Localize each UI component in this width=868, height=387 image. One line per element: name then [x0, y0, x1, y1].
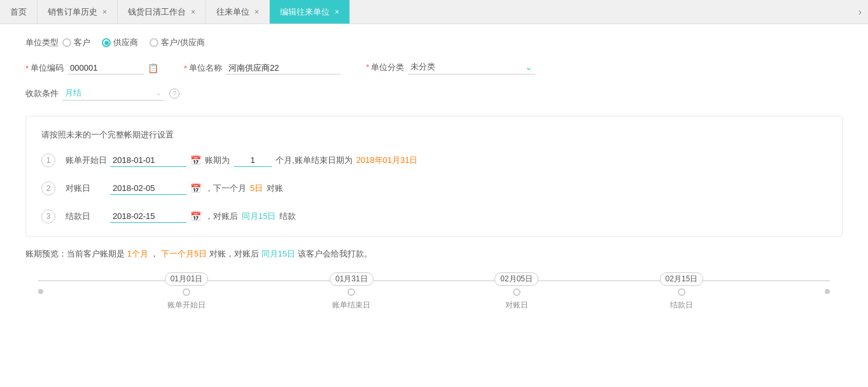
- tab-partner-close[interactable]: ×: [255, 8, 259, 17]
- tab-sales-history-close[interactable]: ×: [102, 8, 107, 17]
- unit-name-input[interactable]: [226, 62, 340, 74]
- unit-type-row: 单位类型 客户 供应商 客户/供应商: [25, 37, 843, 48]
- radio-supplier-label: 供应商: [113, 37, 138, 48]
- timeline-node-1: 01月01日 账单开始日: [165, 272, 209, 311]
- timeline-left-cap: [38, 289, 43, 294]
- unit-fields-row: * 单位编码 📋 * 单位名称 * 单位分类 未分类 ⌄: [25, 60, 843, 74]
- step-2-label: 对账日: [66, 183, 110, 194]
- tab-cash-desk[interactable]: 钱货日清工作台 ×: [118, 0, 206, 24]
- step-2-date-input[interactable]: [110, 182, 186, 195]
- timeline-node-4-top-label: 02月15日: [660, 272, 704, 286]
- timeline-left-dot: [38, 289, 43, 294]
- timeline-node-3-top-label: 02月05日: [494, 272, 538, 286]
- payment-terms-dropdown[interactable]: 月结 ⌄: [62, 86, 164, 101]
- unit-name-group: * 单位名称: [184, 62, 340, 74]
- radio-customer-circle: [62, 38, 71, 47]
- unit-classify-group: * 单位分类 未分类 ⌄: [366, 60, 535, 74]
- radio-customer-supplier-label: 客户/供应商: [161, 37, 205, 48]
- unit-name-star: *: [184, 64, 187, 73]
- preview-part2: 下一个月5日: [161, 249, 207, 258]
- preview-sep1: ，: [150, 249, 158, 258]
- unit-classify-arrow-icon: ⌄: [525, 62, 533, 72]
- tab-edit-partner-close[interactable]: ×: [335, 8, 339, 17]
- radio-customer-supplier[interactable]: 客户/供应商: [150, 37, 205, 48]
- timeline-node-2-top-label: 01月31日: [330, 272, 374, 286]
- step-2-calendar-icon[interactable]: 📅: [190, 183, 201, 194]
- unit-classify-star: *: [366, 62, 369, 72]
- radio-customer-supplier-circle: [150, 38, 158, 47]
- tab-sales-history[interactable]: 销售订单历史 ×: [38, 0, 118, 24]
- timeline-node-4-dot: [678, 288, 685, 296]
- tab-partner-label: 往来单位: [216, 6, 249, 18]
- radio-customer-label: 客户: [74, 37, 90, 48]
- timeline-node-3: 02月05日 对账日: [494, 272, 538, 311]
- timeline-node-2: 01月31日 账单结束日: [330, 272, 374, 311]
- tab-cash-desk-label: 钱货日清工作台: [128, 6, 186, 18]
- payment-terms-row: 收款条件 月结 ⌄ ?: [25, 86, 843, 101]
- step-1-label: 账单开始日: [66, 155, 110, 166]
- page-content: 单位类型 客户 供应商 客户/供应商 * 单位编码 📋 *: [0, 24, 868, 387]
- tab-edit-partner-label: 编辑往来单位: [280, 6, 330, 18]
- step-2-pre-text: ，下一个月: [205, 183, 246, 194]
- preview-label: 账期预览：当前客户账期是: [25, 249, 125, 258]
- unit-code-copy-icon[interactable]: 📋: [148, 63, 158, 73]
- unit-type-label: 单位类型: [25, 37, 59, 48]
- timeline-right-dot: [825, 289, 830, 294]
- step-1-row: 1 账单开始日 📅 账期为 个月,账单结束日期为 2018年01月31日: [41, 153, 827, 167]
- radio-supplier-circle: [102, 38, 111, 47]
- step-1-mid-text: 账期为: [205, 155, 230, 166]
- tabs-bar: 首页 销售订单历史 × 钱货日清工作台 × 往来单位 × 编辑往来单位 × ›: [0, 0, 868, 24]
- step-1-highlight: 2018年01月31日: [356, 155, 418, 166]
- tabs-more-button[interactable]: ›: [852, 6, 868, 18]
- unit-classify-dropdown[interactable]: 未分类 ⌄: [408, 60, 535, 74]
- preview-sep2: 对账，对账后: [209, 249, 259, 258]
- timeline-node-3-dot: [513, 288, 521, 296]
- tab-edit-partner[interactable]: 编辑往来单位 ×: [270, 0, 350, 24]
- timeline-node-2-bottom-label: 账单结束日: [332, 300, 370, 311]
- step-1-suffix-text: 个月,账单结束日期为: [276, 155, 353, 166]
- tab-cash-desk-close[interactable]: ×: [191, 8, 195, 17]
- tab-sales-history-label: 销售订单历史: [48, 6, 97, 18]
- unit-type-radio-group: 客户 供应商 客户/供应商: [62, 37, 205, 48]
- unit-classify-value: 未分类: [410, 61, 525, 73]
- step-3-date-input[interactable]: [110, 210, 186, 223]
- preview-end: 该客户会给我打款。: [298, 249, 372, 258]
- step-3-calendar-icon[interactable]: 📅: [190, 211, 201, 222]
- step-3-num: 3: [41, 209, 55, 223]
- step-3-row: 3 结款日 📅 ，对账后 同月15日 结款: [41, 209, 827, 223]
- timeline-container: 01月01日 账单开始日 01月31日 账单结束日 02月05日 对账日 02月…: [25, 272, 843, 311]
- timeline-nodes: 01月01日 账单开始日 01月31日 账单结束日 02月05日 对账日 02月…: [38, 272, 830, 311]
- payment-terms-value: 月结: [65, 87, 153, 99]
- tab-home[interactable]: 首页: [0, 0, 38, 24]
- step-1-period-input[interactable]: [234, 154, 272, 167]
- step-2-num: 2: [41, 181, 55, 195]
- payment-terms-arrow-icon: ⌄: [155, 88, 162, 97]
- preview-part3: 同月15日: [262, 249, 295, 258]
- timeline-node-4: 02月15日 结款日: [660, 272, 704, 311]
- preview-part1: 1个月: [127, 249, 148, 258]
- step-1-num: 1: [41, 153, 55, 167]
- unit-classify-label: 单位分类: [371, 62, 404, 73]
- step-1-date-input[interactable]: [110, 154, 186, 167]
- unit-name-label: 单位名称: [189, 62, 222, 74]
- step-3-label: 结款日: [66, 211, 110, 222]
- tab-partner[interactable]: 往来单位 ×: [206, 0, 270, 24]
- radio-customer[interactable]: 客户: [62, 37, 90, 48]
- unit-code-star: *: [25, 64, 29, 73]
- unit-code-group: * 单位编码 📋: [25, 62, 158, 74]
- help-icon[interactable]: ?: [169, 88, 179, 99]
- step-1-calendar-icon[interactable]: 📅: [190, 155, 201, 165]
- timeline-node-1-bottom-label: 账单开始日: [167, 300, 206, 311]
- unit-code-label: 单位编码: [31, 62, 64, 74]
- step-2-row: 2 对账日 📅 ，下一个月 5日 对账: [41, 181, 827, 195]
- preview-text: 账期预览：当前客户账期是 1个月 ， 下一个月5日 对账，对账后 同月15日 该…: [25, 248, 843, 260]
- timeline-right-cap: [825, 289, 830, 294]
- step-2-highlight: 5日: [250, 183, 263, 194]
- payment-terms-label: 收款条件: [25, 88, 59, 99]
- unit-code-input[interactable]: [67, 62, 144, 74]
- section-title: 请按照未来的一个完整帐期进行设置: [41, 129, 827, 141]
- radio-supplier[interactable]: 供应商: [102, 37, 138, 48]
- timeline-node-4-bottom-label: 结款日: [670, 300, 693, 311]
- step-2-suffix-text: 对账: [267, 183, 283, 194]
- timeline-node-1-top-label: 01月01日: [165, 272, 209, 286]
